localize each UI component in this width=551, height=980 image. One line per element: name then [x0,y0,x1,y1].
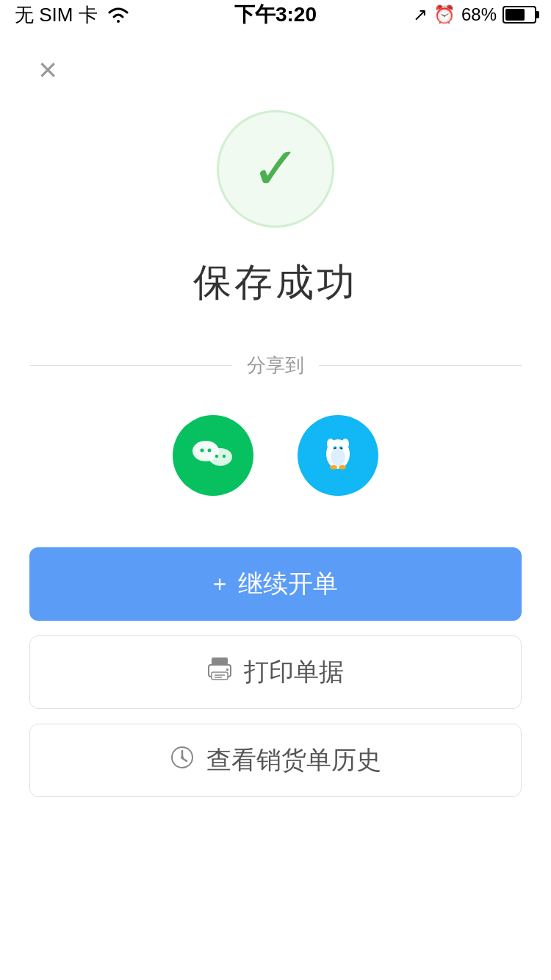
checkmark-icon: ✓ [251,140,300,198]
battery-fill [505,9,525,21]
status-right: ↗ ⏰ 68% [413,4,536,25]
continue-label: 继续开单 [238,567,338,601]
status-bar: 无 SIM 卡 下午3:20 ↗ ⏰ 68% [0,0,551,29]
divider-line-left [29,365,232,366]
history-label: 查看销货单历史 [206,743,381,777]
svg-point-16 [327,439,334,449]
wechat-share-button[interactable] [173,415,253,496]
svg-point-14 [330,465,337,469]
status-time: 下午3:20 [234,1,317,29]
svg-point-13 [331,448,345,466]
svg-point-2 [201,449,204,453]
svg-point-15 [339,465,346,469]
success-circle: ✓ [217,110,334,228]
plus-icon: + [213,571,227,598]
alarm-icon: ⏰ [433,4,455,25]
svg-point-17 [342,439,349,449]
wechat-logo-icon [190,432,237,479]
divider-line-right [319,365,522,366]
close-button[interactable]: × [29,51,66,88]
share-label: 分享到 [247,353,304,378]
svg-point-4 [215,455,218,458]
main-content: ✓ 保存成功 分享到 [0,66,551,980]
printer-icon [207,657,232,687]
svg-point-1 [209,448,232,466]
print-label: 打印单据 [244,655,344,689]
print-button[interactable]: 打印单据 [29,635,522,709]
qq-share-button[interactable] [298,415,378,496]
qq-logo-icon [316,433,360,478]
battery-icon [503,6,536,24]
svg-point-3 [208,449,212,453]
svg-point-27 [181,756,184,759]
history-button[interactable]: 查看销货单历史 [29,724,522,797]
location-icon: ↗ [413,4,428,25]
clock-icon [170,745,195,776]
svg-rect-21 [226,669,228,671]
share-divider: 分享到 [29,353,522,378]
action-buttons: + 继续开单 打印单据 [29,547,522,797]
share-icons [173,415,378,496]
wifi-icon [105,5,132,24]
svg-rect-20 [212,672,228,680]
svg-point-5 [223,455,226,458]
continue-button[interactable]: + 继续开单 [29,547,522,621]
carrier-text: 无 SIM 卡 [15,2,98,28]
status-left: 无 SIM 卡 [15,2,132,28]
success-title: 保存成功 [193,257,358,309]
svg-rect-18 [212,657,228,665]
battery-percent: 68% [461,4,497,25]
close-icon: × [38,54,57,86]
